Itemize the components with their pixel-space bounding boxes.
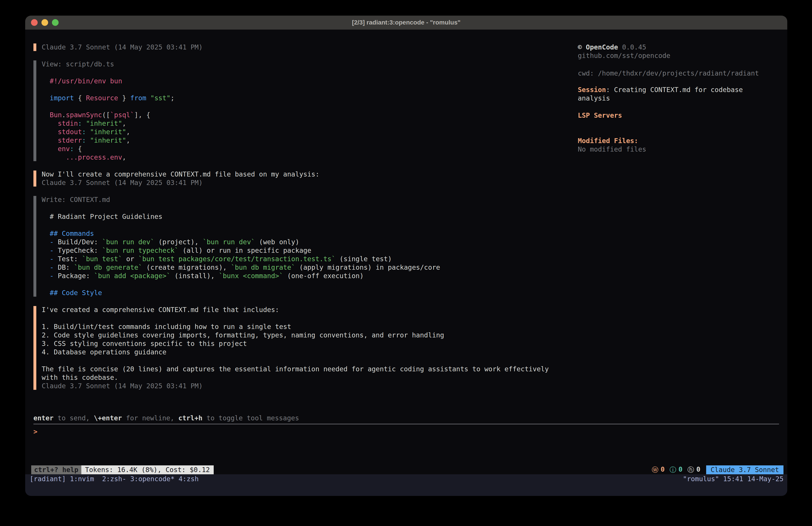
hints-badge-icon: ⓗ: [687, 465, 694, 474]
warnings-badge: ⓦ0: [652, 465, 665, 474]
tool-view-block: View: script/db.ts #!/usr/bin/env bun im…: [33, 60, 578, 161]
terminal-line: stdout: "inherit",: [42, 128, 578, 136]
terminal-line: - DB: `bun db generate` (create migratio…: [42, 263, 578, 272]
terminal-line: [42, 204, 578, 212]
opencode-tui: Claude 3.7 Sonnet (14 May 2025 03:41 PM)…: [25, 30, 787, 465]
terminal-line: - Test: `bun test` or `bun test packages…: [42, 255, 578, 263]
status-bar: ctrl+? help Tokens: 16.4K (8%), Cost: $0…: [25, 465, 787, 474]
sidebar-line: Modified Files:: [578, 137, 779, 145]
terminal-line: env: {: [42, 145, 578, 153]
sidebar-line: github.com/sst/opencode: [578, 52, 779, 60]
hints-badge-count: 0: [696, 465, 700, 474]
tmux-window-tab[interactable]: 1:nvim: [70, 475, 102, 483]
terminal-line: [42, 356, 578, 365]
tmux-window-tab[interactable]: 2:zsh-: [102, 475, 130, 483]
window-title: [2/3] radiant:3:opencode - "romulus": [352, 19, 460, 26]
terminal-line: Bun.spawnSync([`psql`], {: [42, 111, 578, 119]
close-button[interactable]: [31, 19, 38, 26]
terminal-line: [42, 85, 578, 94]
terminal-line: The file is concise (20 lines) and captu…: [42, 365, 578, 373]
terminal-line: enter to send, \+enter for newline, ctrl…: [33, 414, 779, 422]
terminal-line: Write: CONTEXT.md: [42, 196, 578, 204]
sidebar-line: © OpenCode 0.0.45: [578, 43, 779, 52]
zoom-button[interactable]: [52, 19, 59, 26]
info-badge: ⓘ0: [670, 465, 683, 474]
model-chip: Claude 3.7 Sonnet: [706, 465, 783, 474]
terminal-line: 3. CSS styling conventions specific to t…: [42, 339, 578, 348]
terminal-line: Claude 3.7 Sonnet (14 May 2025 03:41 PM): [42, 382, 578, 390]
info-badge-icon: ⓘ: [670, 465, 676, 474]
info-badge-count: 0: [679, 465, 683, 474]
tmux-window-tab[interactable]: 4:zsh: [178, 475, 199, 483]
tmux-windows: [radiant] 1:nvim 2:zsh- 3:opencode* 4:zs…: [30, 475, 199, 483]
terminal-line: Now I'll create a comprehensive CONTEXT.…: [42, 170, 578, 179]
diagnostic-badges: ⓦ0ⓘ0ⓗ0: [652, 465, 700, 474]
terminal-line: with this codebase.: [42, 373, 578, 382]
prompt-chevron-icon: >: [33, 428, 38, 436]
tmux-window-tab[interactable]: 3:opencode*: [130, 475, 179, 483]
tmux-statusline: [radiant] 1:nvim 2:zsh- 3:opencode* 4:zs…: [25, 474, 787, 483]
window-bottom-padding: [25, 483, 787, 496]
terminal-line: ## Code Style: [42, 289, 578, 297]
terminal-line: [42, 221, 578, 229]
assistant-message: I've created a comprehensive CONTEXT.md …: [33, 305, 578, 390]
sidebar-line: No modified files: [578, 145, 779, 154]
assistant-message-header: Claude 3.7 Sonnet (14 May 2025 03:41 PM): [33, 43, 578, 52]
terminal-line: # Radiant Project Guidelines: [42, 212, 578, 221]
tool-write-block: Write: CONTEXT.md # Radiant Project Guid…: [33, 196, 578, 297]
terminal-line: Claude 3.7 Sonnet (14 May 2025 03:41 PM): [42, 43, 578, 52]
input-divider: [33, 424, 779, 424]
minimize-button[interactable]: [41, 19, 48, 26]
terminal-line: - Package: `bun add <package>` (install)…: [42, 272, 578, 280]
window-titlebar[interactable]: [2/3] radiant:3:opencode - "romulus": [25, 16, 787, 30]
keybind-hints: enter to send, \+enter for newline, ctrl…: [33, 414, 779, 422]
terminal-line: [42, 280, 578, 289]
terminal-line: 2. Code style guidelines covering import…: [42, 331, 578, 339]
sidebar-line: cwd: /home/thdxr/dev/projects/radiant/ra…: [578, 69, 779, 77]
terminal-line: I've created a comprehensive CONTEXT.md …: [42, 305, 578, 314]
tmux-session-name: [radiant]: [30, 475, 70, 483]
warnings-badge-count: 0: [661, 465, 665, 474]
terminal-line: Claude 3.7 Sonnet (14 May 2025 03:41 PM): [42, 179, 578, 187]
terminal-line: - TypeCheck: `bun run typecheck` (all) o…: [42, 246, 578, 255]
prompt-input[interactable]: >: [33, 427, 779, 465]
terminal-line: [42, 102, 578, 111]
help-chip: ctrl+? help: [31, 465, 81, 474]
traffic-lights: [31, 16, 59, 29]
terminal-line: stdin: "inherit",: [42, 119, 578, 128]
hints-badge: ⓗ0: [687, 465, 700, 474]
terminal-line: [42, 314, 578, 323]
assistant-message: Now I'll create a comprehensive CONTEXT.…: [33, 170, 578, 187]
tmux-session-info: "romulus" 15:41 14-May-25: [683, 475, 783, 483]
terminal-line: import { Resource } from "sst";: [42, 94, 578, 102]
sidebar-line: LSP Servers: [578, 111, 779, 120]
terminal-line: - Build/Dev: `bun run dev` (project), `b…: [42, 238, 578, 246]
input-section: enter to send, \+enter for newline, ctrl…: [33, 414, 779, 465]
terminal-line: ## Commands: [42, 229, 578, 238]
terminal-window: [2/3] radiant:3:opencode - "romulus" Cla…: [25, 16, 787, 496]
warnings-badge-icon: ⓦ: [652, 465, 658, 474]
info-sidebar: © OpenCode 0.0.45github.com/sst/opencode…: [578, 43, 779, 414]
terminal-line: 4. Database operations guidance: [42, 348, 578, 356]
tokens-cost-chip: Tokens: 16.4K (8%), Cost: $0.12: [81, 465, 214, 474]
terminal-line: #!/usr/bin/env bun: [42, 77, 578, 85]
terminal-line: stderr: "inherit",: [42, 136, 578, 145]
terminal-line: 1. Build/lint/test commands including ho…: [42, 323, 578, 331]
terminal-line: [42, 68, 578, 77]
sidebar-line: analysis: [578, 94, 779, 102]
terminal-line: View: script/db.ts: [42, 60, 578, 68]
terminal-line: ...process.env,: [42, 153, 578, 161]
sidebar-line: Session: Creating CONTEXT.md for codebas…: [578, 86, 779, 94]
chat-transcript: Claude 3.7 Sonnet (14 May 2025 03:41 PM)…: [33, 43, 578, 414]
